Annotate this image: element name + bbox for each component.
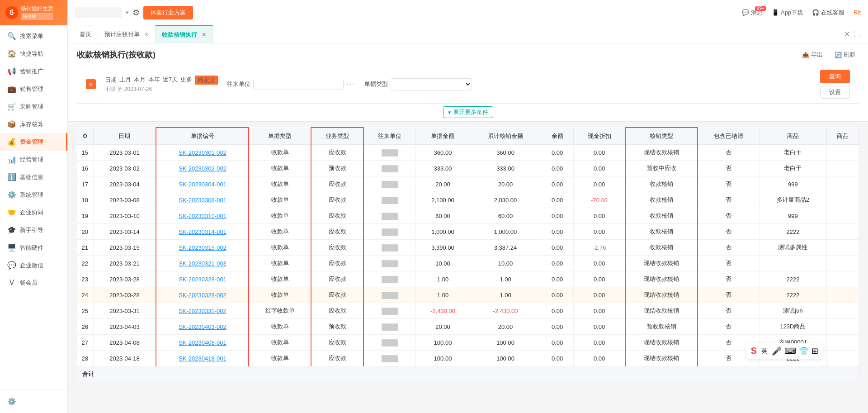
cell-bill-no[interactable]: SK-20230315-002 (156, 240, 249, 256)
date-custom[interactable]: 自定义 (195, 76, 218, 85)
col-biz-type: 业务类型 (311, 128, 363, 145)
bill-no-link[interactable]: SK-20230321-003 (179, 260, 226, 267)
cell-verified: 20.00 (470, 176, 541, 192)
cell-bill-no[interactable]: SK-20230331-002 (156, 303, 249, 319)
sidebar-item-corp[interactable]: 🤝 企业协同 (0, 204, 67, 221)
bill-no-link[interactable]: SK-20230302-002 (179, 165, 226, 172)
tab-home[interactable]: 首页 (73, 25, 98, 43)
bill-no-link[interactable]: SK-20230310-001 (179, 213, 226, 219)
filter-toggle-button[interactable]: » (86, 79, 96, 89)
sidebar-item-purchase[interactable]: 🛒 采购管理 (0, 98, 67, 115)
cell-date: 2023-03-14 (93, 224, 156, 240)
sidebar-item-search[interactable]: 🔍 搜索菜单 (0, 27, 67, 45)
sidebar-item-shortcut[interactable]: 🏠 快捷导航 (0, 45, 67, 62)
sidebar-item-guide[interactable]: 🎓 新手引导 (0, 221, 67, 239)
bill-no-link[interactable]: SK-20230315-002 (179, 244, 226, 251)
sidebar-item-label: 采购管理 (20, 103, 43, 111)
online-service-link[interactable]: 🎧 在线客服 (812, 9, 844, 17)
partner-input[interactable] (253, 79, 344, 90)
watermark-icons: 🎤 ⌨ 👕 ⊞ (772, 346, 818, 356)
tab-close-active-icon[interactable]: ✕ (202, 32, 206, 38)
sales-icon: 💼 (7, 85, 16, 93)
sidebar-item-basic[interactable]: ℹ️ 基础信息 (0, 168, 67, 186)
col-verify-type: 核销类型 (626, 128, 698, 145)
date-this-year[interactable]: 本年 (148, 76, 160, 85)
cell-balance: 0.00 (541, 176, 573, 192)
message-badge[interactable]: 💬 消息 99+ (742, 9, 763, 17)
bill-no-link[interactable]: SK-20230408-001 (179, 339, 226, 346)
sidebar-item-settings[interactable]: ⚙️ (0, 394, 67, 409)
gear-icon[interactable]: ⚙ (132, 8, 140, 18)
tab-receivable-label: 预计应收付单 (104, 30, 140, 38)
cell-bill-no[interactable]: SK-20230408-001 (156, 335, 249, 351)
cell-discount: 0.00 (573, 319, 625, 335)
cell-bill-no[interactable]: SK-20230314-001 (156, 224, 249, 240)
cell-bill-no[interactable]: SK-20230301-002 (156, 145, 249, 161)
cell-verified: 333.00 (470, 161, 541, 176)
user-name[interactable]: Rit (854, 9, 861, 16)
bill-no-link[interactable]: SK-20230403-002 (179, 323, 226, 330)
filter-area: » 日期 上月 本月 本年 近7天 更多 自定义 不限 至 2023-0 (77, 65, 859, 104)
cell-bill-no[interactable]: SK-20230308-001 (156, 192, 249, 208)
query-button[interactable]: 查询 (820, 70, 850, 83)
sidebar-item-inventory[interactable]: 📦 库存核算 (0, 115, 67, 133)
cell-bill-no[interactable]: SK-20230304-001 (156, 176, 249, 192)
bill-type-select[interactable] (391, 78, 472, 90)
app-download-link[interactable]: 📱 App下载 (772, 9, 803, 17)
date-7days[interactable]: 近7天 (163, 76, 178, 85)
tab-receivable[interactable]: 预计应收付单 ✕ (98, 25, 156, 43)
cell-bill-no[interactable]: SK-20230403-002 (156, 319, 249, 335)
sidebar-item-label: 经营管理 (20, 156, 43, 164)
bill-no-link[interactable]: SK-20230314-001 (179, 228, 226, 235)
bill-no-link[interactable]: SK-20230304-001 (179, 181, 226, 188)
cell-bill-no[interactable]: SK-20230418-001 (156, 351, 249, 366)
bill-no-link[interactable]: SK-20230301-002 (179, 149, 226, 156)
hardware-icon: 🖥️ (7, 243, 16, 252)
date-this-month[interactable]: 本月 (134, 76, 146, 85)
bill-no-link[interactable]: SK-20230418-001 (179, 355, 226, 362)
sidebar-item-sales[interactable]: 💼 销售管理 (0, 80, 67, 98)
cell-verify-type: 收款核销 (626, 224, 698, 240)
fullscreen-icon[interactable]: ⛶ (854, 30, 861, 38)
cell-bill-no[interactable]: SK-20230302-002 (156, 161, 249, 176)
sidebar-item-member[interactable]: V 畅会员 (0, 274, 67, 291)
cell-goods1: 2222 (760, 224, 826, 240)
solution-button[interactable]: 体验行业方案 (143, 6, 193, 19)
date-last-month[interactable]: 上月 (119, 76, 131, 85)
cell-balance: 0.00 (541, 256, 573, 271)
sidebar-item-wechat[interactable]: 💬 企业微信 (0, 256, 67, 274)
col-gear[interactable]: ⚙ (77, 128, 93, 145)
cell-partner: ████ (363, 287, 415, 303)
cell-bill-no[interactable]: SK-20230328-001 (156, 271, 249, 287)
bill-no-link[interactable]: SK-20230331-002 (179, 308, 226, 314)
sidebar-item-marketing[interactable]: 📢 营销推广 (0, 62, 67, 80)
sidebar-item-operations[interactable]: 📊 经营管理 (0, 151, 67, 168)
refresh-label: 刷新 (844, 51, 855, 59)
cell-bill-type: 收款单 (249, 224, 311, 240)
cell-bill-no[interactable]: SK-20230321-003 (156, 256, 249, 271)
bill-no-link[interactable]: SK-20230308-001 (179, 197, 226, 204)
date-more[interactable]: 更多 (180, 76, 192, 85)
settings-button[interactable]: 设置 (820, 86, 850, 99)
watermark-logo: S (751, 346, 757, 356)
cell-bill-no[interactable]: SK-20230328-002 (156, 287, 249, 303)
expand-conditions-button[interactable]: ▾ 展开更多条件 (443, 106, 493, 118)
export-button[interactable]: 📤 导出 (798, 49, 826, 61)
topbar-search[interactable] (75, 7, 122, 18)
cell-included: 否 (698, 176, 760, 192)
sidebar-item-finance[interactable]: 💰 资金管理 (0, 133, 67, 151)
dropdown-arrow-icon[interactable]: ▾ (126, 9, 129, 16)
cell-bill-no[interactable]: SK-20230310-001 (156, 208, 249, 224)
cell-verified: 1,000.00 (470, 224, 541, 240)
tab-verification[interactable]: 收款核销执行 ✕ (156, 25, 213, 43)
sidebar-item-system[interactable]: ⚙️ 系统管理 (0, 186, 67, 204)
cell-partner: ████ (363, 208, 415, 224)
sidebar-item-hardware[interactable]: 🖥️ 智能硬件 (0, 239, 67, 256)
cell-included: 否 (698, 192, 760, 208)
bill-no-link[interactable]: SK-20230328-002 (179, 292, 226, 299)
refresh-button[interactable]: 🔄 刷新 (831, 49, 859, 61)
bill-no-link[interactable]: SK-20230328-001 (179, 276, 226, 283)
close-tab-icon[interactable]: ✕ (844, 30, 850, 38)
date-range: 不限 至 2023-07-26 (105, 85, 218, 93)
tab-close-icon[interactable]: ✕ (144, 31, 149, 38)
